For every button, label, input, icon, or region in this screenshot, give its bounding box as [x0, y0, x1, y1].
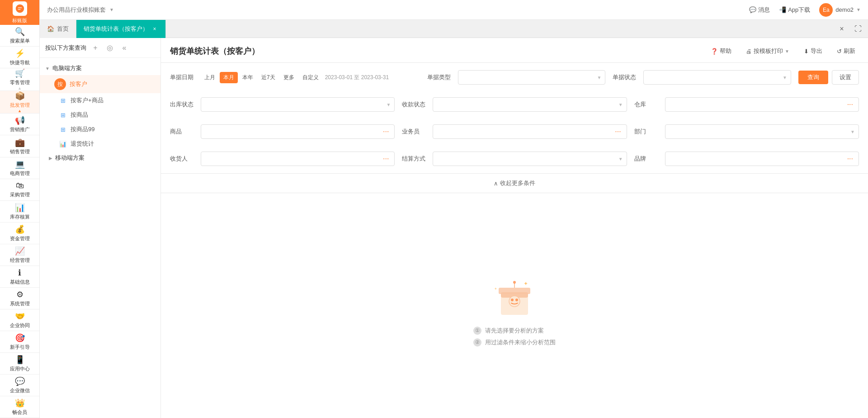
empty-tips: ① 请先选择要分析的方案 ② 用过滤条件来缩小分析范围 — [473, 327, 556, 347]
date-range-value[interactable]: 2023-03-01 至 2023-03-31 — [325, 74, 389, 81]
department-chevron: ▼ — [850, 129, 855, 134]
sidebar-item-guide[interactable]: 🎯 新手引导 — [0, 331, 40, 353]
print-btn[interactable]: 🖨 按模板打印 ▼ — [742, 45, 793, 57]
tree-item-by-product[interactable]: ⊞ 按商品 — [40, 108, 160, 122]
tree-item-return-stats[interactable]: 📊 退货统计 — [40, 137, 160, 151]
sidebar-item-marketing[interactable]: 📢 营销推广 — [0, 114, 40, 135]
sidebar-item-search[interactable]: 🔍 搜索菜单 — [0, 25, 40, 47]
warehouse-select[interactable]: ··· — [665, 97, 859, 112]
receipt-status-select[interactable]: ▼ — [433, 97, 627, 112]
date-tab-more[interactable]: 更多 — [280, 72, 298, 83]
refresh-btn[interactable]: ↺ 刷新 — [833, 45, 859, 57]
date-label: 单据日期 — [170, 73, 197, 81]
tab-close-btn[interactable]: × — [151, 25, 158, 33]
tab-sales-stat[interactable]: 销货单统计表（按客户） × — [76, 20, 166, 38]
department-select[interactable]: ▼ — [665, 124, 859, 139]
collapse-panel-btn[interactable]: « — [119, 43, 130, 53]
filter-row-2: 出库状态 ▼ 收款状态 ▼ — [170, 97, 859, 112]
brand-select[interactable]: ··· — [665, 152, 859, 166]
sidebar-item-retail[interactable]: 🛒 零售管理 ▲ — [0, 68, 40, 91]
user-dropdown-arrow: ▼ — [856, 7, 861, 12]
receiver-label: 收货人 — [170, 155, 197, 163]
tree-item-by-customer[interactable]: 按 按客户 — [40, 75, 160, 93]
warehouse-dots-btn[interactable]: ··· — [845, 100, 855, 109]
sidebar-item-basic[interactable]: ℹ 基础信息 — [0, 266, 40, 288]
sidebar-item-sales[interactable]: 💼 销售管理 — [0, 135, 40, 157]
svg-point-3 — [509, 296, 520, 307]
department-label: 部门 — [634, 128, 661, 136]
tree-item-by-customer-product[interactable]: ⊞ 按客户+商品 — [40, 93, 160, 108]
payment-chevron: ▼ — [618, 157, 623, 162]
export-btn[interactable]: ⬇ 导出 — [800, 45, 826, 57]
empty-state: ✦ ✦ ① 请先选择要分析的方案 ② — [161, 193, 868, 418]
sidebar-item-operations[interactable]: 📈 经营管理 — [0, 244, 40, 266]
sidebar-item-quick-nav[interactable]: ⚡ 快捷导航 — [0, 47, 40, 68]
date-tab-last-month[interactable]: 上月 — [201, 72, 219, 83]
sidebar-item-cooperation[interactable]: 🤝 企业协同 — [0, 309, 40, 331]
tab-home[interactable]: 🏠 首页 — [40, 20, 76, 38]
download-btn[interactable]: 📲 App下载 — [779, 6, 810, 14]
receipt-status-chevron: ▼ — [618, 102, 623, 107]
by-customer-product-label: 按客户+商品 — [71, 96, 104, 104]
date-tab-custom[interactable]: 自定义 — [299, 72, 322, 83]
brand-dots-btn[interactable]: ··· — [845, 155, 855, 163]
message-btn[interactable]: 💬 消息 — [749, 6, 770, 14]
sidebar-item-system[interactable]: ⚙ 系统管理 — [0, 288, 40, 309]
query-btn[interactable]: 查询 — [798, 71, 828, 84]
empty-tip-1: ① 请先选择要分析的方案 — [473, 327, 556, 335]
date-tab-this-year[interactable]: 本年 — [239, 72, 257, 83]
doc-status-chevron: ▼ — [783, 75, 787, 80]
finance-icon: 💰 — [15, 224, 25, 234]
sidebar-item-inventory[interactable]: 📊 库存核算 — [0, 201, 40, 223]
app-logo[interactable]: 标账版 — [0, 0, 40, 25]
mobile-scheme-group[interactable]: ▶ 移动端方案 — [40, 151, 160, 165]
tip-number-1: ① — [473, 327, 481, 335]
filter-item-product: 商品 ··· — [170, 124, 395, 139]
date-tab-last-7days[interactable]: 近7天 — [258, 72, 279, 83]
doc-status-select[interactable]: ▼ — [643, 70, 791, 85]
filter-item-brand: 品牌 ··· — [634, 152, 859, 166]
desktop-scheme-group[interactable]: ▼ 电脑端方案 — [40, 62, 160, 75]
payment-select[interactable]: ▼ — [433, 152, 627, 166]
expand-arrow-desktop: ▼ — [45, 66, 50, 71]
doc-status-label: 单据状态 — [613, 73, 640, 81]
settings-scheme-btn[interactable]: ◎ — [104, 43, 115, 53]
industry-dropdown-arrow[interactable]: ▼ — [109, 7, 114, 12]
sidebar-item-apps[interactable]: 📱 应用中心 — [0, 353, 40, 375]
sidebar-item-finance[interactable]: 💰 资金管理 — [0, 223, 40, 244]
settings-btn[interactable]: 设置 — [832, 70, 859, 85]
filter-item-date: 单据日期 上月 本月 本年 近7天 更多 自定义 — [170, 72, 420, 83]
content-area: 按以下方案查询 + ◎ « ▼ 电脑端方案 按 按客户 ⊞ 按客户+商品 — [40, 38, 868, 418]
salesperson-dots-btn[interactable]: ··· — [613, 128, 623, 136]
mobile-scheme-label: 移动端方案 — [55, 154, 85, 162]
by-product-99-icon: ⊞ — [59, 125, 67, 133]
doc-type-select[interactable]: ▼ — [458, 70, 606, 85]
out-status-select[interactable]: ▼ — [201, 97, 395, 112]
collapse-icon: ∧ — [494, 180, 498, 187]
receiver-select[interactable]: ··· — [201, 152, 395, 166]
sidebar-item-member[interactable]: 👑 畅会员 — [0, 396, 40, 418]
product-dots-btn[interactable]: ··· — [381, 128, 391, 136]
sidebar-item-ecommerce[interactable]: 💻 电商管理 — [0, 157, 40, 179]
tab-maximize-btn[interactable]: ⛶ — [852, 23, 864, 35]
sidebar-item-purchase[interactable]: 🛍 采购管理 — [0, 179, 40, 201]
add-scheme-btn[interactable]: + — [90, 43, 101, 53]
receiver-dots-btn[interactable]: ··· — [381, 155, 391, 163]
print-icon: 🖨 — [746, 48, 752, 55]
header-right: 💬 消息 📲 App下载 Ea demo2 ▼ — [749, 3, 861, 17]
date-tab-this-month[interactable]: 本月 — [220, 72, 238, 83]
header-left: 办公用品行业模拟账套 ▼ — [47, 6, 114, 14]
sidebar: 标账版 🔍 搜索菜单 ⚡ 快捷导航 🛒 零售管理 ▲ 📦 批发管理 ▲ 📢 营销… — [0, 0, 40, 418]
member-icon: 👑 — [15, 398, 25, 408]
filter-item-receipt-status: 收款状态 ▼ — [402, 97, 627, 112]
user-menu[interactable]: Ea demo2 ▼ — [819, 3, 861, 17]
collapse-filters-btn[interactable]: ∧ 收起更多条件 — [488, 177, 541, 189]
tree-item-by-product-99[interactable]: ⊞ 按商品99 — [40, 122, 160, 137]
tab-close-window-btn[interactable]: × — [835, 23, 848, 35]
sidebar-item-wechat[interactable]: 💬 企业微信 — [0, 375, 40, 396]
product-select[interactable]: ··· — [201, 124, 395, 139]
salesperson-select[interactable]: ··· — [433, 124, 627, 139]
help-btn[interactable]: ❓ 帮助 — [707, 45, 735, 57]
message-icon: 💬 — [749, 6, 756, 13]
sidebar-item-wholesale[interactable]: 📦 批发管理 ▲ — [0, 91, 40, 114]
